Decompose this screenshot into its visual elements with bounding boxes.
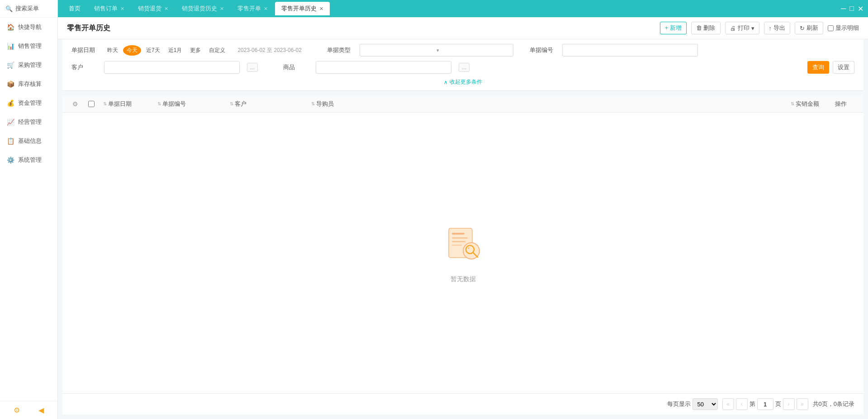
date-7days-btn[interactable]: 近7天 (143, 45, 163, 56)
sidebar-search[interactable]: 🔍 搜索采单 (0, 0, 57, 18)
show-detail-label: 显示明细 (835, 24, 859, 32)
sidebar-item-quick-nav[interactable]: 🏠快捷导航 (0, 18, 57, 37)
date-today-btn[interactable]: 今天 (123, 45, 141, 56)
print-button[interactable]: 🖨 打印 ▾ (725, 22, 759, 34)
goods-label: 商品 (283, 63, 308, 71)
date-custom-btn[interactable]: 自定义 (206, 45, 228, 56)
tab-bar: 首页销售订单✕销货退货✕销货退货历史✕零售开单✕零售开单历史✕ ─ □ ✕ (58, 0, 868, 17)
tab-close-sales-return-history[interactable]: ✕ (220, 6, 224, 11)
goods-input[interactable] (316, 61, 451, 74)
prev-page-btn[interactable]: ‹ (736, 398, 748, 410)
tab-home[interactable]: 首页 (62, 2, 87, 15)
tab-sales-return[interactable]: 销货退货✕ (132, 2, 175, 15)
col-date-header: ⇅ 单据日期 (100, 100, 154, 108)
sidebar-item-operations[interactable]: 📈经营管理 (0, 113, 57, 132)
tab-label-sales-return-history: 销货退货历史 (182, 5, 217, 13)
col-customer-header: ⇅ 客户 (226, 100, 308, 108)
sales-mgmt-icon: 📊 (6, 42, 14, 50)
tab-close-sales-return[interactable]: ✕ (164, 6, 168, 11)
delete-button[interactable]: 🗑 删除 (691, 22, 721, 34)
svg-rect-2 (452, 237, 468, 239)
col-checkbox-header (83, 101, 100, 107)
total-info: 共0页，0条记录 (813, 400, 854, 408)
first-page-btn[interactable]: « (722, 398, 734, 410)
tab-label-sales-order: 销售订单 (94, 5, 118, 13)
filter-area: 单据日期 昨天 今天 近7天 近1月 更多 自定义 2023-06-02 至 2… (62, 39, 863, 91)
col-amount-header: ⇅ 实销金额 (768, 100, 823, 108)
sidebar-item-sales-mgmt[interactable]: 📊销售管理 (0, 37, 57, 56)
search-icon: 🔍 (5, 5, 13, 12)
minimize-icon[interactable]: ─ (841, 5, 846, 13)
collapse-filter-btn[interactable]: ∧ 收起更多条件 (71, 78, 854, 86)
export-button[interactable]: ↑ 导出 (764, 22, 791, 34)
add-button[interactable]: + 新增 (660, 22, 687, 34)
sort-icon-amount[interactable]: ⇅ (791, 101, 794, 106)
pagination-bar: 每页显示 10 20 50 100 « ‹ 第 页 (62, 393, 863, 414)
refresh-label: 刷新 (806, 24, 818, 32)
tab-bar-right: ─ □ ✕ (841, 5, 863, 13)
col-date-label: 单据日期 (108, 100, 132, 108)
main-content: 单据日期 昨天 今天 近7天 近1月 更多 自定义 2023-06-02 至 2… (58, 39, 868, 419)
sidebar-item-basic-info[interactable]: 📋基础信息 (0, 132, 57, 151)
maximize-icon[interactable]: □ (849, 5, 854, 13)
table-settings-icon[interactable]: ⚙ (72, 100, 78, 108)
show-detail-checkbox-wrapper[interactable]: 显示明细 (828, 24, 859, 32)
tab-close-sales-order[interactable]: ✕ (120, 6, 124, 11)
refresh-button[interactable]: ↻ 刷新 (795, 22, 823, 34)
date-yesterday-btn[interactable]: 昨天 (104, 45, 121, 56)
sidebar-item-purchase-mgmt[interactable]: 🛒采购管理 (0, 56, 57, 75)
quick-nav-label: 快捷导航 (18, 23, 42, 31)
page-input[interactable] (757, 398, 773, 410)
tab-close-retail-open[interactable]: ✕ (264, 6, 268, 11)
svg-rect-1 (452, 233, 465, 235)
order-no-input[interactable] (562, 44, 698, 56)
filter-row-2: 客户 ... 商品 ... 查询 设置 (71, 61, 854, 74)
per-page-dropdown[interactable]: 10 20 50 100 (693, 398, 718, 410)
settings-bottom-icon[interactable]: ⚙ (14, 406, 20, 414)
show-detail-checkbox[interactable] (828, 25, 834, 31)
sidebar-bottom: ⚙ ◀ (0, 401, 57, 419)
sales-mgmt-label: 销售管理 (18, 42, 42, 50)
goods-ellipsis-btn[interactable]: ... (459, 63, 470, 72)
col-orderno-label: 单据编号 (162, 100, 186, 108)
customer-input[interactable] (104, 61, 240, 74)
empty-text: 暂无数据 (451, 275, 476, 283)
tab-sales-order[interactable]: 销售订单✕ (88, 2, 131, 15)
inventory-icon: 📦 (6, 80, 14, 88)
sidebar-nav: 🏠快捷导航📊销售管理🛒采购管理📦库存核算💰资金管理📈经营管理📋基础信息⚙️系统管… (0, 18, 57, 401)
close-window-icon[interactable]: ✕ (858, 5, 863, 13)
sort-icon-customer[interactable]: ⇅ (230, 101, 233, 106)
page-header: 零售开单历史 + 新增 🗑 删除 🖨 打印 ▾ ↑ 导出 ↻ 刷新 (58, 17, 868, 39)
last-page-btn[interactable]: » (797, 398, 808, 410)
col-orderno-header: ⇅ 单据编号 (154, 100, 226, 108)
purchase-mgmt-label: 采购管理 (18, 61, 42, 69)
inventory-label: 库存核算 (18, 80, 42, 88)
customer-ellipsis-btn[interactable]: ... (247, 63, 258, 72)
col-settings: ⚙ (67, 100, 83, 108)
sort-icon-date[interactable]: ⇅ (103, 101, 107, 106)
sidebar: 🔍 搜索采单 🏠快捷导航📊销售管理🛒采购管理📦库存核算💰资金管理📈经营管理📋基础… (0, 0, 58, 419)
sidebar-item-inventory[interactable]: 📦库存核算 (0, 75, 57, 94)
operations-icon: 📈 (6, 118, 14, 126)
tab-label-retail-open-history: 零售开单历史 (281, 5, 317, 13)
tab-retail-open-history[interactable]: 零售开单历史✕ (275, 2, 330, 15)
sort-icon-guide[interactable]: ⇅ (311, 101, 315, 106)
collapse-sidebar-icon[interactable]: ◀ (38, 406, 44, 414)
table-header: ⚙ ⇅ 单据日期 ⇅ 单据编号 ⇅ 客户 (62, 95, 863, 113)
tab-close-retail-open-history[interactable]: ✕ (319, 6, 323, 11)
sort-icon-orderno[interactable]: ⇅ (157, 101, 161, 106)
sidebar-item-finance[interactable]: 💰资金管理 (0, 94, 57, 113)
select-all-checkbox[interactable] (88, 101, 95, 107)
svg-point-8 (468, 247, 470, 249)
next-page-btn[interactable]: › (783, 398, 795, 410)
tab-sales-return-history[interactable]: 销货退货历史✕ (175, 2, 230, 15)
query-button[interactable]: 查询 (807, 61, 829, 74)
type-select[interactable]: ▾ (360, 44, 513, 56)
settings-button[interactable]: 设置 (833, 61, 854, 74)
type-label: 单据类型 (327, 46, 352, 54)
customer-label: 客户 (71, 63, 97, 71)
tab-retail-open[interactable]: 零售开单✕ (231, 2, 274, 15)
date-more-btn[interactable]: 更多 (187, 45, 204, 56)
date-1month-btn[interactable]: 近1月 (165, 45, 185, 56)
sidebar-item-system-mgmt[interactable]: ⚙️系统管理 (0, 151, 57, 169)
